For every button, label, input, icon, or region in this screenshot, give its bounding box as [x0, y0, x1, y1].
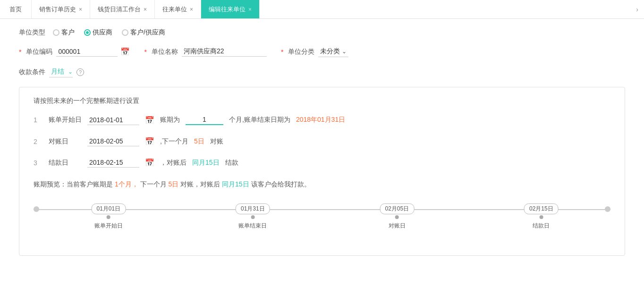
- tab-partner[interactable]: 往来单位 ×: [155, 0, 201, 18]
- timeline-node-2-dot: [251, 215, 254, 219]
- preview-h3: 同月15日: [222, 180, 249, 188]
- timeline-node-1-bubble: 01月01日: [92, 203, 126, 214]
- row-2-date-input[interactable]: [87, 136, 139, 146]
- payment-dropdown-icon: ⌄: [68, 68, 73, 75]
- row-2-text2: 对账: [210, 137, 223, 146]
- payment-label: 收款条件: [19, 68, 45, 76]
- timeline-node-2-bubble: 01月31日: [236, 203, 270, 214]
- timeline-node-3: 02月05日 对账日: [380, 203, 415, 230]
- timeline-node-3-bubble: 02月05日: [380, 203, 415, 214]
- tab-partner-close[interactable]: ×: [190, 6, 193, 13]
- unit-class-value: 未分类: [320, 47, 340, 56]
- row-1-label: 账单开始日: [49, 116, 82, 124]
- row-2-day: 5日: [194, 137, 204, 146]
- payment-row: 收款条件 月结 ⌄ ?: [19, 67, 625, 77]
- tab-home-label: 首页: [9, 5, 22, 14]
- timeline-node-4-label: 结款日: [533, 222, 550, 230]
- main-content: 单位类型 客户 供应商 客户/供应商 * 单位编码 📅: [0, 19, 644, 287]
- row-1-end-date: 2018年01月31日: [296, 116, 345, 124]
- row-2-label: 对账日: [49, 137, 82, 146]
- tab-sales-history[interactable]: 销售订单历史 ×: [32, 0, 90, 18]
- row-3-date-input[interactable]: [87, 158, 139, 168]
- unit-class-required: *: [281, 48, 283, 56]
- timeline-node-4: 02月15日 结款日: [524, 203, 559, 230]
- row-3-label: 结款日: [49, 159, 82, 167]
- tab-home[interactable]: 首页: [0, 0, 32, 18]
- radio-customer-label: 客户: [61, 28, 75, 37]
- row-1-num: 1: [34, 116, 43, 124]
- timeline-dot-start: [34, 206, 39, 212]
- preview-section: 账期预览：当前客户账期是 1个月， 下一个月 5日 对账，对账后 同月15日 该…: [34, 179, 610, 189]
- timeline-node-1-dot: [107, 215, 110, 219]
- radio-customer[interactable]: 客户: [53, 28, 75, 37]
- timeline-node-2-label: 账单结束日: [238, 222, 267, 230]
- preview-text2: 下一个月: [140, 180, 167, 188]
- unit-name-label: 单位名称: [152, 48, 178, 56]
- row-3-text1: ，对账后: [160, 159, 186, 167]
- row-3-day: 同月15日: [192, 159, 220, 167]
- row-1-date-input[interactable]: [87, 115, 139, 125]
- radio-supplier-circle: [84, 29, 91, 36]
- tab-edit-partner-close[interactable]: ×: [248, 6, 252, 13]
- preview-h2: 5日: [168, 180, 178, 188]
- unit-code-calendar-icon[interactable]: 📅: [120, 47, 130, 56]
- radio-both-label: 客户/供应商: [130, 28, 165, 37]
- preview-label: 账期预览：当前客户账期是: [34, 180, 113, 188]
- timeline-node-3-label: 对账日: [389, 222, 406, 230]
- row-2-calendar-icon[interactable]: 📅: [145, 137, 154, 146]
- row-3-text2: 结款: [225, 159, 238, 167]
- tab-bar: 首页 销售订单历史 × 钱货日清工作台 × 往来单位 × 编辑往来单位 × ›: [0, 0, 644, 19]
- unit-class-label: 单位分类: [288, 48, 314, 56]
- timeline-node-3-dot: [395, 215, 399, 219]
- tab-cashflow[interactable]: 钱货日清工作台 ×: [90, 0, 155, 18]
- tab-scroll-arrow[interactable]: ›: [630, 0, 644, 18]
- timeline-node-4-bubble: 02月15日: [524, 203, 559, 214]
- unit-type-row: 单位类型 客户 供应商 客户/供应商: [19, 28, 625, 37]
- radio-customer-circle: [53, 29, 59, 36]
- setting-row-2: 2 对账日 📅 ,下一个月 5日 对账: [34, 136, 610, 146]
- unit-code-input[interactable]: [56, 47, 118, 57]
- unit-code-label: 单位编码: [26, 48, 52, 56]
- unit-name-required: *: [144, 48, 146, 56]
- unit-code-field: 📅: [56, 47, 130, 57]
- unit-code-required: *: [19, 48, 21, 56]
- tab-sales-history-close[interactable]: ×: [79, 6, 82, 13]
- row-2-num: 2: [34, 138, 43, 145]
- radio-group: 客户 供应商 客户/供应商: [53, 28, 165, 37]
- timeline-node-1-label: 账单开始日: [94, 222, 123, 230]
- tab-cashflow-close[interactable]: ×: [144, 6, 147, 13]
- unit-class-dropdown-icon[interactable]: ⌄: [342, 48, 347, 55]
- tab-partner-label: 往来单位: [162, 5, 187, 14]
- tab-cashflow-label: 钱货日清工作台: [98, 5, 141, 14]
- payment-help-icon[interactable]: ?: [76, 68, 84, 76]
- row-1-calendar-icon[interactable]: 📅: [145, 116, 154, 125]
- preview-text3: 对账，对账后: [180, 180, 220, 188]
- timeline-node-2: 01月31日 账单结束日: [236, 203, 270, 230]
- payment-value: 月结: [49, 67, 66, 77]
- preview-text4: 该客户会给我打款。: [251, 180, 311, 188]
- setting-row-1: 1 账单开始日 📅 账期为 个月,账单结束日期为 2018年01月31日: [34, 115, 610, 125]
- row-2-text1: ,下一个月: [160, 137, 188, 146]
- unit-info-row: * 单位编码 📅 * 单位名称 * 单位分类 未分类 ⌄: [19, 46, 625, 57]
- tab-edit-partner-label: 编辑往来单位: [209, 5, 246, 14]
- payment-select[interactable]: 月结 ⌄: [49, 67, 73, 77]
- radio-both[interactable]: 客户/供应商: [122, 28, 165, 37]
- timeline-dot-end: [605, 206, 610, 212]
- row-3-num: 3: [34, 159, 43, 167]
- timeline-node-4-dot: [539, 215, 543, 219]
- timeline: 01月01日 账单开始日 01月31日 账单结束日 02月05日 对账日 02月…: [34, 203, 610, 241]
- radio-supplier[interactable]: 供应商: [84, 28, 112, 37]
- settings-card: 请按照未来的一个完整帐期进行设置 1 账单开始日 📅 账期为 个月,账单结束日期…: [19, 87, 625, 256]
- unit-type-label: 单位类型: [19, 28, 45, 37]
- tab-edit-partner[interactable]: 编辑往来单位 ×: [201, 0, 260, 18]
- setting-row-3: 3 结款日 📅 ，对账后 同月15日 结款: [34, 158, 610, 168]
- radio-supplier-label: 供应商: [93, 28, 112, 37]
- radio-both-circle: [122, 29, 128, 36]
- tab-sales-history-label: 销售订单历史: [39, 5, 76, 14]
- timeline-node-1: 01月01日 账单开始日: [92, 203, 126, 230]
- card-title: 请按照未来的一个完整帐期进行设置: [34, 97, 610, 105]
- row-3-calendar-icon[interactable]: 📅: [145, 158, 154, 167]
- preview-h1: 1个月，: [115, 180, 138, 188]
- period-input[interactable]: [186, 115, 223, 125]
- unit-name-input[interactable]: [182, 47, 267, 57]
